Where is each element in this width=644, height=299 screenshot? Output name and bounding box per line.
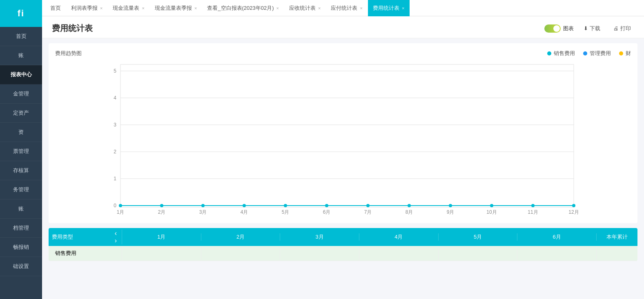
svg-point-16 [243,204,246,207]
svg-text:1: 1 [114,176,116,182]
sidebar-item-account[interactable]: 账 [0,46,42,65]
th-month-1: 1月 [122,233,201,241]
svg-point-24 [572,204,575,207]
svg-text:2月: 2月 [158,209,166,215]
table-header-row: 费用类型 ‹ › 1月 2月 3月 4月 5月 6月 本年累计 [49,228,637,246]
expense-table: 费用类型 ‹ › 1月 2月 3月 4月 5月 6月 本年累计 销售费用 [49,228,637,261]
tab-receivable[interactable]: 应收统计表 × [284,0,326,16]
sidebar-item-finance[interactable]: 金管理 [0,84,42,104]
close-icon[interactable]: × [318,6,321,11]
sidebar-item-ledger[interactable]: 账 [0,199,42,219]
download-icon: ⬇ [584,25,588,31]
svg-rect-12 [120,64,574,207]
svg-text:7月: 7月 [364,209,372,215]
page-header: 费用统计表 图表 ⬇ 下载 🖨 打印 [42,16,644,38]
tab-cashflow-quarterly[interactable]: 现金流量表季报 × [150,0,202,16]
svg-text:5月: 5月 [282,209,290,215]
legend-finance: 财 [619,50,631,57]
svg-text:12月: 12月 [568,209,579,215]
svg-point-22 [490,204,493,207]
sidebar-item-home[interactable]: 首页 [0,27,42,46]
legend-sales: 销售费用 [547,50,575,57]
tab-profit-quarterly[interactable]: 利润表季报 × [66,0,108,16]
svg-point-19 [366,204,370,207]
svg-text:3: 3 [114,122,116,128]
close-icon[interactable]: × [402,6,404,11]
svg-text:8月: 8月 [406,209,413,215]
svg-point-18 [325,204,328,207]
svg-point-14 [160,204,163,207]
svg-text:1月: 1月 [117,209,125,215]
td-expense-type: 销售费用 [49,246,122,261]
td-ytd [597,246,637,261]
svg-text:4月: 4月 [241,209,248,215]
svg-text:4: 4 [114,95,116,101]
line-chart: 5 4 3 2 1 0 [55,60,631,215]
svg-point-13 [119,204,122,207]
sidebar-item-capital[interactable]: 资 [0,123,42,142]
legend-dot-mgmt [583,51,587,55]
svg-text:0: 0 [114,203,116,208]
svg-point-21 [449,204,452,207]
td-m1 [122,246,201,261]
sidebar-item-inventory[interactable]: 存核算 [0,161,42,180]
tab-bar: 首页 利润表季报 × 现金流量表 × 现金流量表季报 × 查看_空白报表(202… [42,0,644,16]
chart-title: 费用趋势图 [55,50,82,57]
sidebar-item-tickets[interactable]: 票管理 [0,142,42,161]
svg-point-23 [531,204,535,207]
sidebar-item-reports[interactable]: 报表中心 [0,65,42,84]
td-m4 [359,246,439,261]
th-expense-type: 费用类型 ‹ › [49,230,122,244]
sidebar-item-expense[interactable]: 畅报销 [0,238,42,257]
td-m3 [280,246,359,261]
print-button[interactable]: 🖨 打印 [610,23,634,34]
chart-section: 费用趋势图 销售费用 管理费用 财 [49,43,637,223]
th-month-3: 3月 [280,233,359,241]
svg-text:3月: 3月 [199,209,207,215]
th-month-4: 4月 [359,233,439,241]
svg-point-17 [284,204,287,207]
th-month-6: 6月 [517,233,597,241]
close-icon[interactable]: × [142,6,144,11]
chart-svg-wrap: 5 4 3 2 1 0 [55,60,631,217]
download-button[interactable]: ⬇ 下载 [580,23,604,34]
app-logo: fi [0,0,42,27]
sidebar-item-affairs[interactable]: 务管理 [0,180,42,199]
sidebar-item-archive[interactable]: 档管理 [0,219,42,238]
th-ytd: 本年累计 [597,233,637,241]
legend-dot-finance [619,51,623,55]
svg-point-15 [201,204,205,207]
nav-next-arrow[interactable]: › [113,237,118,244]
close-icon[interactable]: × [100,6,103,11]
th-month-2: 2月 [201,233,281,241]
chart-toggle-wrap: 图表 [544,24,574,33]
legend-dot-sales [547,51,551,55]
th-month-5: 5月 [439,233,518,241]
page-content: 费用统计表 图表 ⬇ 下载 🖨 打印 费用趋势图 [42,16,644,299]
svg-text:2: 2 [114,149,116,155]
chart-header: 费用趋势图 销售费用 管理费用 财 [55,50,631,57]
td-m6 [517,246,597,261]
sidebar-item-settings[interactable]: 础设置 [0,257,42,276]
tab-expense-stats[interactable]: 费用统计表 × [368,0,410,16]
main-area: 首页 利润表季报 × 现金流量表 × 现金流量表季报 × 查看_空白报表(202… [42,0,644,299]
close-icon[interactable]: × [276,6,279,11]
header-actions: 图表 ⬇ 下载 🖨 打印 [544,23,634,34]
print-icon: 🖨 [613,25,619,31]
svg-text:9月: 9月 [447,209,455,215]
sidebar-item-assets[interactable]: 定资产 [0,104,42,123]
close-icon[interactable]: × [360,6,362,11]
nav-prev-arrow[interactable]: ‹ [113,230,118,237]
legend-mgmt: 管理费用 [583,50,611,57]
close-icon[interactable]: × [194,6,197,11]
tab-blank-report[interactable]: 查看_空白报表(2023年02月) × [202,0,284,16]
tab-home[interactable]: 首页 [45,0,66,16]
svg-text:11月: 11月 [528,209,538,215]
chart-toggle[interactable] [544,24,561,33]
page-title: 费用统计表 [52,23,93,34]
td-m5 [439,246,518,261]
tab-payable[interactable]: 应付统计表 × [326,0,368,16]
sidebar: fi 首页 账 报表中心 金管理 定资产 资 票管理 存核算 务管理 账 档管理… [0,0,42,299]
tab-cashflow[interactable]: 现金流量表 × [108,0,149,16]
td-m2 [201,246,281,261]
